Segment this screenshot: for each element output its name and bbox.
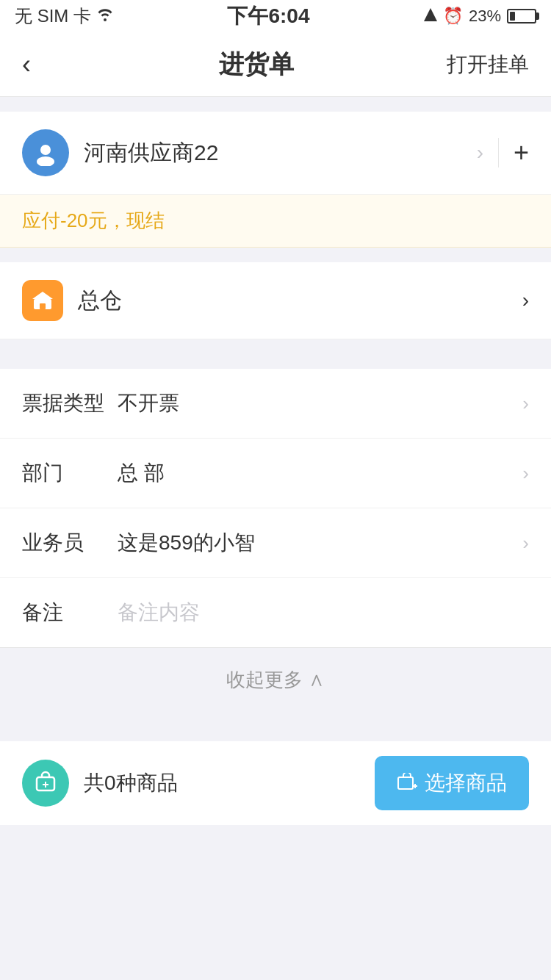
svg-marker-3 xyxy=(32,292,53,299)
location-icon xyxy=(424,7,437,26)
warehouse-row[interactable]: 总仓 › xyxy=(0,262,551,339)
warehouse-name: 总仓 xyxy=(78,286,522,316)
svg-point-0 xyxy=(40,145,51,155)
page-background xyxy=(0,825,551,980)
supplier-card: 河南供应商22 › + 应付-20元，现结 xyxy=(0,112,551,248)
status-time: 下午6:04 xyxy=(227,2,309,30)
battery-percent: 23% xyxy=(469,7,501,26)
supplier-name: 河南供应商22 xyxy=(84,138,477,168)
status-bar: 无 SIM 卡 下午6:04 ⏰ 23% xyxy=(0,0,551,32)
section-gap-4 xyxy=(0,712,551,727)
department-label: 部门 xyxy=(22,459,118,487)
supplier-row[interactable]: 河南供应商22 › + xyxy=(0,112,551,195)
invoice-type-chevron-icon: › xyxy=(522,392,529,415)
supplier-avatar xyxy=(22,129,69,176)
select-product-button[interactable]: 选择商品 xyxy=(375,756,529,810)
supplier-chevron-icon: › xyxy=(477,141,483,165)
carrier-label: 无 SIM 卡 xyxy=(15,4,91,28)
page-title: 进货单 xyxy=(219,48,294,82)
products-bar: 共0种商品 选择商品 xyxy=(0,741,551,825)
svg-rect-4 xyxy=(40,303,46,309)
notice-text: 应付-20元，现结 xyxy=(22,209,165,231)
section-gap-2 xyxy=(0,248,551,262)
vertical-divider xyxy=(498,138,499,167)
section-gap-3 xyxy=(0,339,551,354)
warehouse-icon xyxy=(22,280,63,321)
back-button[interactable]: ‹ xyxy=(22,49,66,80)
wifi-icon xyxy=(97,7,113,26)
remark-row[interactable]: 备注 备注内容 xyxy=(0,578,551,647)
form-section: 票据类型 不开票 › 部门 总 部 › 业务员 这是859的小智 › 备注 备注… xyxy=(0,369,551,647)
add-supplier-button[interactable]: + xyxy=(514,137,529,168)
battery-icon xyxy=(507,9,536,24)
invoice-type-row[interactable]: 票据类型 不开票 › xyxy=(0,369,551,439)
status-left: 无 SIM 卡 xyxy=(15,4,113,28)
salesperson-value: 这是859的小智 xyxy=(118,529,515,557)
status-right: ⏰ 23% xyxy=(424,7,536,26)
alarm-icon: ⏰ xyxy=(443,7,463,26)
collapse-button[interactable]: 收起更多 ∧ xyxy=(0,647,551,712)
department-chevron-icon: › xyxy=(522,462,529,485)
svg-point-1 xyxy=(37,156,54,166)
salesperson-chevron-icon: › xyxy=(522,532,529,555)
notice-banner: 应付-20元，现结 xyxy=(0,195,551,248)
department-value: 总 部 xyxy=(118,459,515,487)
warehouse-card: 总仓 › xyxy=(0,262,551,339)
products-count: 共0种商品 xyxy=(84,769,375,797)
remark-label: 备注 xyxy=(22,599,118,627)
remark-placeholder: 备注内容 xyxy=(118,599,529,627)
select-product-label: 选择商品 xyxy=(425,769,507,797)
nav-bar: ‹ 进货单 打开挂单 xyxy=(0,32,551,97)
section-gap-1 xyxy=(0,97,551,112)
invoice-type-label: 票据类型 xyxy=(22,389,118,417)
invoice-type-value: 不开票 xyxy=(118,389,515,417)
collapse-label: 收起更多 ∧ xyxy=(226,669,324,691)
salesperson-label: 业务员 xyxy=(22,529,118,557)
warehouse-chevron-icon: › xyxy=(522,289,529,312)
products-icon xyxy=(22,760,69,807)
salesperson-row[interactable]: 业务员 这是859的小智 › xyxy=(0,508,551,578)
svg-rect-8 xyxy=(398,777,413,789)
open-pending-button[interactable]: 打开挂单 xyxy=(447,51,529,79)
department-row[interactable]: 部门 总 部 › xyxy=(0,439,551,508)
